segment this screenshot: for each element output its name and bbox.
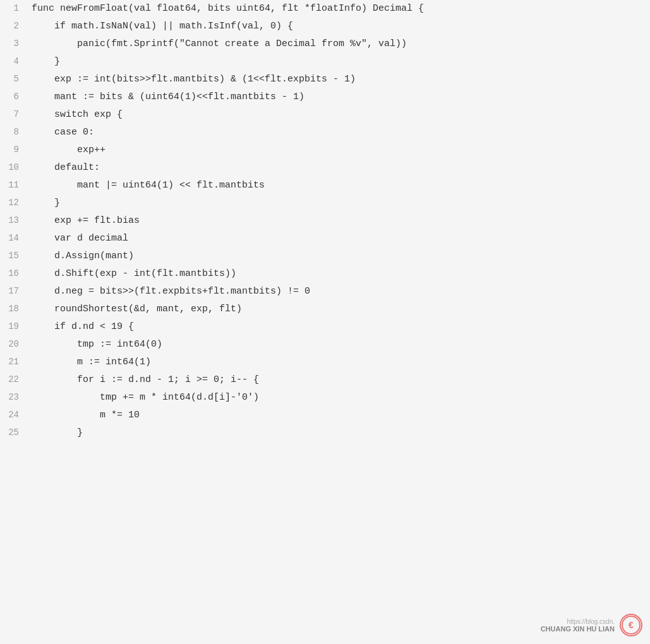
line-number: 12: [0, 194, 27, 212]
line-number: 17: [0, 283, 27, 301]
line-number: 3: [0, 35, 27, 53]
table-row: 5 exp := int(bits>>flt.mantbits) & (1<<f…: [0, 71, 650, 88]
line-content: if d.nd < 19 {: [27, 318, 650, 336]
line-content: default:: [27, 159, 650, 177]
watermark-logo: €: [620, 614, 642, 636]
table-row: 15 d.Assign(mant): [0, 247, 650, 265]
line-content: case 0:: [27, 124, 650, 141]
line-content: }: [27, 194, 650, 212]
code-container: 1func newFromFloat(val float64, bits uin…: [0, 0, 650, 644]
table-row: 25 }: [0, 424, 650, 442]
table-row: 18 roundShortest(&d, mant, exp, flt): [0, 301, 650, 318]
table-row: 8 case 0:: [0, 124, 650, 141]
line-content: roundShortest(&d, mant, exp, flt): [27, 301, 650, 318]
line-content: mant |= uint64(1) << flt.mantbits: [27, 177, 650, 194]
table-row: 24 m *= 10: [0, 407, 650, 424]
table-row: 11 mant |= uint64(1) << flt.mantbits: [0, 177, 650, 194]
line-number: 5: [0, 71, 27, 88]
line-content: exp += flt.bias: [27, 212, 650, 230]
svg-text:€: €: [629, 620, 634, 630]
line-number: 23: [0, 389, 27, 407]
table-row: 14 var d decimal: [0, 230, 650, 247]
line-content: tmp := int64(0): [27, 336, 650, 354]
line-number: 1: [0, 0, 27, 18]
line-content: for i := d.nd - 1; i >= 0; i-- {: [27, 371, 650, 389]
line-number: 14: [0, 230, 27, 247]
table-row: 7 switch exp {: [0, 106, 650, 124]
line-content: m := int64(1): [27, 354, 650, 371]
line-number: 4: [0, 53, 27, 71]
watermark: https://blog.csdn. CHUANG XIN HU LIAN €: [541, 614, 642, 636]
line-content: mant := bits & (uint64(1)<<flt.mantbits …: [27, 88, 650, 106]
line-content: if math.IsNaN(val) || math.IsInf(val, 0)…: [27, 18, 650, 35]
line-number: 25: [0, 424, 27, 442]
line-number: 15: [0, 247, 27, 265]
line-number: 21: [0, 354, 27, 371]
line-number: 22: [0, 371, 27, 389]
table-row: 21 m := int64(1): [0, 354, 650, 371]
line-content: tmp += m * int64(d.d[i]-'0'): [27, 389, 650, 407]
table-row: 19 if d.nd < 19 {: [0, 318, 650, 336]
table-row: 3 panic(fmt.Sprintf("Cannot create a Dec…: [0, 35, 650, 53]
line-number: 10: [0, 159, 27, 177]
line-number: 11: [0, 177, 27, 194]
line-content: }: [27, 53, 650, 71]
line-number: 2: [0, 18, 27, 35]
table-row: 9 exp++: [0, 141, 650, 159]
line-number: 9: [0, 141, 27, 159]
line-number: 7: [0, 106, 27, 124]
table-row: 22 for i := d.nd - 1; i >= 0; i-- {: [0, 371, 650, 389]
watermark-url: https://blog.csdn.: [567, 618, 615, 625]
line-content: var d decimal: [27, 230, 650, 247]
table-row: 2 if math.IsNaN(val) || math.IsInf(val, …: [0, 18, 650, 35]
line-content: m *= 10: [27, 407, 650, 424]
line-content: d.Assign(mant): [27, 247, 650, 265]
table-row: 23 tmp += m * int64(d.d[i]-'0'): [0, 389, 650, 407]
line-content: d.Shift(exp - int(flt.mantbits)): [27, 265, 650, 283]
line-number: 20: [0, 336, 27, 354]
code-table: 1func newFromFloat(val float64, bits uin…: [0, 0, 650, 442]
watermark-brand: CHUANG XIN HU LIAN: [541, 625, 615, 633]
table-row: 13 exp += flt.bias: [0, 212, 650, 230]
table-row: 12 }: [0, 194, 650, 212]
line-number: 6: [0, 88, 27, 106]
table-row: 4 }: [0, 53, 650, 71]
line-number: 16: [0, 265, 27, 283]
line-content: }: [27, 424, 650, 442]
line-content: exp++: [27, 141, 650, 159]
line-content: panic(fmt.Sprintf("Cannot create a Decim…: [27, 35, 650, 53]
line-number: 18: [0, 301, 27, 318]
table-row: 17 d.neg = bits>>(flt.expbits+flt.mantbi…: [0, 283, 650, 301]
line-number: 24: [0, 407, 27, 424]
table-row: 20 tmp := int64(0): [0, 336, 650, 354]
line-number: 19: [0, 318, 27, 336]
line-number: 13: [0, 212, 27, 230]
line-content: d.neg = bits>>(flt.expbits+flt.mantbits)…: [27, 283, 650, 301]
line-content: switch exp {: [27, 106, 650, 124]
table-row: 6 mant := bits & (uint64(1)<<flt.mantbit…: [0, 88, 650, 106]
table-row: 16 d.Shift(exp - int(flt.mantbits)): [0, 265, 650, 283]
line-content: func newFromFloat(val float64, bits uint…: [27, 0, 650, 18]
table-row: 1func newFromFloat(val float64, bits uin…: [0, 0, 650, 18]
table-row: 10 default:: [0, 159, 650, 177]
watermark-text: https://blog.csdn. CHUANG XIN HU LIAN: [541, 618, 615, 633]
line-number: 8: [0, 124, 27, 141]
line-content: exp := int(bits>>flt.mantbits) & (1<<flt…: [27, 71, 650, 88]
